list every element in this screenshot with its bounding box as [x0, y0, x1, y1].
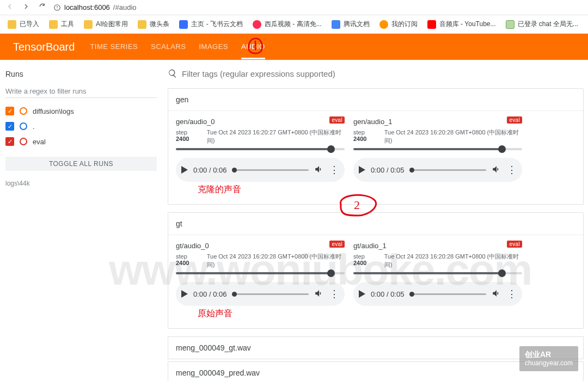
bookmark-item[interactable]: 我的订阅	[379, 20, 418, 29]
tag-card: gt gt/audio_0 eval step 2400 Tue Oct 24 …	[168, 212, 584, 329]
reload-icon[interactable]	[38, 2, 47, 13]
bookmark-label: 腾讯文档	[344, 20, 370, 29]
runs-path: logs\44k	[5, 180, 157, 187]
bookmarks-bar: 已导入工具AI绘图常用微头条主页 - 飞书云文档西瓜视频 - 高清免...腾讯文…	[0, 15, 588, 34]
player-track[interactable]	[409, 169, 486, 171]
audio-cell: gen/audio_0 eval step 2400 Tue Oct 24 20…	[176, 116, 345, 195]
hand-annotation-label: 克隆的声音	[198, 184, 345, 195]
bookmark-item[interactable]: 西瓜视频 - 高清免...	[253, 20, 322, 29]
bookmark-favicon	[506, 20, 514, 29]
audio-player: 0:00 / 0:05 ⋮	[353, 282, 522, 306]
bookmark-label: 微头条	[150, 20, 169, 29]
bookmark-item[interactable]: 音频库 - YouTube...	[427, 20, 496, 29]
tag-filter-row	[163, 69, 588, 84]
player-track[interactable]	[232, 293, 309, 295]
step-slider[interactable]	[353, 272, 522, 274]
tb-tab-scalars[interactable]: SCALARS	[151, 34, 186, 59]
tag-card: gen gen/audio_0 eval step 2400 Tue Oct 2…	[168, 88, 584, 205]
toggle-all-runs-button[interactable]: TOGGLE ALL RUNS	[5, 157, 157, 171]
play-button-icon[interactable]	[181, 166, 188, 174]
bookmark-item[interactable]: 微头条	[138, 20, 169, 29]
bookmark-item[interactable]: 腾讯文档	[332, 20, 370, 29]
audio-player: 0:00 / 0:06 ⋮	[176, 282, 345, 306]
play-button-icon[interactable]	[181, 290, 188, 298]
bookmark-label: 西瓜视频 - 高清免...	[265, 20, 322, 29]
hand-annotation-label: 原始声音	[198, 308, 345, 319]
step-line: step 2400 Tue Oct 24 2023 16:20:28 GMT+0…	[353, 253, 522, 269]
bookmark-item[interactable]: 已导入	[8, 20, 39, 29]
step-slider[interactable]	[176, 148, 345, 150]
timestamp: Tue Oct 24 2023 16:20:28 GMT+0800 (中国标准时…	[207, 253, 345, 269]
timestamp: Tue Oct 24 2023 16:20:28 GMT+0800 (中国标准时…	[384, 128, 522, 145]
play-button-icon[interactable]	[359, 166, 365, 174]
eval-badge: eval	[329, 116, 345, 124]
timestamp: Tue Oct 24 2023 16:20:27 GMT+0800 (中国标准时…	[207, 128, 345, 145]
bookmark-favicon	[138, 20, 146, 29]
bookmark-favicon	[84, 20, 93, 29]
audio-tag-name: gt/audio_0	[176, 242, 209, 250]
bookmark-label: 已导入	[20, 20, 39, 29]
back-icon[interactable]	[5, 2, 14, 13]
step-line: step 2400 Tue Oct 24 2023 16:20:28 GMT+0…	[353, 128, 522, 145]
svg-point-2	[57, 8, 57, 9]
volume-icon[interactable]	[492, 164, 501, 176]
run-label: eval	[33, 138, 46, 146]
audio-player: 0:00 / 0:06 ⋮	[176, 158, 345, 182]
audio-tag-name: gen/audio_0	[176, 118, 215, 126]
run-checkbox[interactable]	[5, 122, 14, 131]
bookmark-label: 我的订阅	[391, 20, 418, 29]
run-checkbox[interactable]	[5, 137, 14, 146]
eval-badge: eval	[507, 116, 522, 124]
forward-icon[interactable]	[22, 2, 30, 13]
bookmark-favicon	[427, 20, 436, 29]
step-slider[interactable]	[176, 272, 345, 274]
address-bar[interactable]: localhost:6006/#audio	[53, 3, 137, 11]
bookmark-item[interactable]: 工具	[49, 20, 74, 29]
audio-cell: gt/audio_0 eval step 2400 Tue Oct 24 202…	[176, 241, 345, 319]
search-icon	[168, 69, 177, 78]
audio-tag-name: gt/audio_1	[353, 242, 387, 250]
runs-sidebar: Runs Write a regex to filter runs diffus…	[0, 60, 163, 381]
tb-tab-time-series[interactable]: TIME SERIES	[90, 34, 138, 59]
bookmark-item[interactable]: 已登录 chat 全局无...	[506, 20, 578, 29]
player-time: 0:00 / 0:05	[371, 290, 404, 298]
step-line: step 2400 Tue Oct 24 2023 16:20:27 GMT+0…	[176, 128, 345, 145]
tag-filter-input[interactable]	[182, 69, 454, 78]
run-radio[interactable]	[20, 107, 27, 115]
volume-icon[interactable]	[314, 288, 324, 300]
bookmark-favicon	[332, 20, 340, 29]
card-title[interactable]: gt	[168, 213, 583, 235]
run-radio[interactable]	[20, 138, 27, 145]
player-track[interactable]	[409, 293, 486, 295]
audio-player: 0:00 / 0:05 ⋮	[353, 158, 522, 182]
bookmark-item[interactable]: 主页 - 飞书云文档	[179, 20, 243, 29]
eval-badge: eval	[329, 241, 345, 248]
card-title[interactable]: gen	[168, 89, 583, 111]
run-label: .	[33, 122, 35, 131]
browser-nav-bar: localhost:6006/#audio	[0, 0, 588, 15]
bookmark-favicon	[379, 20, 388, 29]
bookmark-label: AI绘图常用	[96, 20, 128, 29]
run-checkbox[interactable]	[5, 107, 14, 115]
url-origin: localhost:6006	[64, 3, 110, 11]
volume-icon[interactable]	[314, 164, 324, 176]
bookmark-item[interactable]: AI绘图常用	[84, 20, 128, 29]
player-time: 0:00 / 0:06	[193, 290, 226, 298]
runs-heading: Runs	[5, 70, 157, 78]
player-track[interactable]	[232, 169, 309, 171]
player-time: 0:00 / 0:06	[193, 166, 226, 174]
corner-badge: 创业AR chuangyear.com	[519, 346, 578, 371]
tensorboard-logo: TensorBoard	[13, 41, 75, 53]
volume-icon[interactable]	[492, 288, 501, 300]
step-slider[interactable]	[353, 148, 522, 150]
run-row: .	[5, 119, 157, 134]
bookmark-label: 已登录 chat 全局无...	[518, 20, 578, 29]
play-button-icon[interactable]	[359, 290, 365, 298]
bookmark-label: 工具	[61, 20, 74, 29]
run-radio[interactable]	[20, 122, 27, 130]
bookmark-favicon	[8, 20, 16, 29]
runs-filter-input[interactable]: Write a regex to filter runs	[5, 87, 157, 98]
bookmark-favicon	[253, 20, 261, 29]
tb-tab-images[interactable]: IMAGES	[199, 34, 228, 59]
audio-cell: gt/audio_1 eval step 2400 Tue Oct 24 202…	[353, 241, 522, 319]
